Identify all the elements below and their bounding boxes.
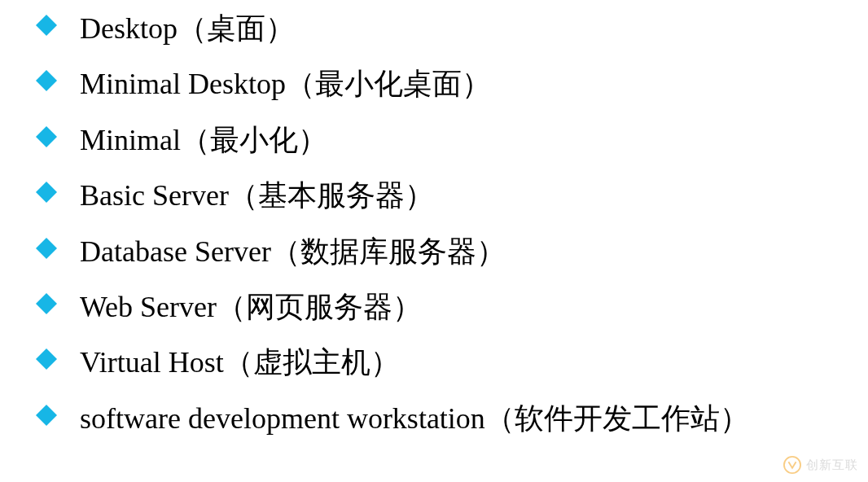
diamond-bullet-icon xyxy=(36,348,57,370)
diamond-bullet-icon xyxy=(36,70,57,91)
diamond-bullet-icon xyxy=(36,238,57,259)
svg-marker-2 xyxy=(36,126,57,147)
svg-marker-6 xyxy=(36,348,57,370)
list-item: Desktop（桌面） xyxy=(36,8,819,49)
diamond-bullet-icon xyxy=(36,293,57,314)
watermark: 创新互联 xyxy=(783,456,858,474)
svg-marker-5 xyxy=(36,293,57,314)
list-item-text: Virtual Host（虚拟主机） xyxy=(80,342,400,383)
svg-marker-4 xyxy=(36,238,57,259)
svg-marker-7 xyxy=(36,405,57,426)
list-item: Web Server（网页服务器） xyxy=(36,287,819,327)
watermark-text: 创新互联 xyxy=(806,458,858,473)
list-item-text: Database Server（数据库服务器） xyxy=(80,231,506,272)
list-item: Minimal（最小化） xyxy=(36,120,819,160)
watermark-logo-icon xyxy=(783,456,801,474)
list-item: Minimal Desktop（最小化桌面） xyxy=(36,64,819,104)
list-item: Virtual Host（虚拟主机） xyxy=(36,342,819,383)
diamond-bullet-icon xyxy=(36,405,57,426)
list-item-text: Basic Server（基本服务器） xyxy=(80,175,434,216)
list-item-text: software development workstation（软件开发工作站… xyxy=(80,398,749,439)
list-item-text: Desktop（桌面） xyxy=(80,8,295,49)
list-item-text: Web Server（网页服务器） xyxy=(80,287,422,327)
diamond-bullet-icon xyxy=(36,182,57,203)
svg-point-8 xyxy=(784,457,800,473)
svg-marker-0 xyxy=(36,15,57,36)
list-item: software development workstation（软件开发工作站… xyxy=(36,398,819,439)
diamond-bullet-icon xyxy=(36,15,57,36)
list-item: Database Server（数据库服务器） xyxy=(36,231,819,272)
svg-marker-1 xyxy=(36,70,57,91)
svg-marker-3 xyxy=(36,182,57,203)
list-item: Basic Server（基本服务器） xyxy=(36,175,819,216)
list-item-text: Minimal Desktop（最小化桌面） xyxy=(80,64,491,104)
list-item-text: Minimal（最小化） xyxy=(80,120,327,160)
bullet-list: Desktop（桌面） Minimal Desktop（最小化桌面） Minim… xyxy=(0,8,868,439)
diamond-bullet-icon xyxy=(36,126,57,147)
